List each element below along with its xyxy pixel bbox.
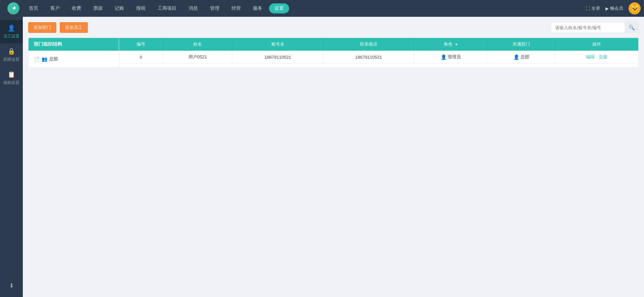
nav-item-accounting[interactable]: 记账 <box>109 3 129 13</box>
dept-tree: 部门组织结构 📄 👥 总部 <box>29 38 119 67</box>
sidebar-download-button[interactable]: ⬇ <box>5 278 18 294</box>
employee-table: 编号 姓名 账号名 联系电话 角色 ▼ 所属部门 操作 <box>119 38 638 67</box>
dept-tree-item-hq[interactable]: 📄 👥 总部 <box>33 53 115 65</box>
sidebar-item-permission[interactable]: 🔒 权限设置 <box>0 43 23 66</box>
search-icon: 🔍 <box>629 24 635 30</box>
sidebar-item-taxsettings[interactable]: 📋 报税设置 <box>0 66 23 90</box>
sidebar-item-permission-label: 权限设置 <box>3 57 19 62</box>
sidebar-item-employee-label: 员工设置 <box>3 34 19 39</box>
nav-item-operation[interactable]: 经营 <box>226 3 246 13</box>
role-icon: 👤 <box>441 54 446 60</box>
sidebar-item-employee[interactable]: 👤 员工设置 <box>0 20 23 43</box>
main-layout: 👤 员工设置 🔒 权限设置 📋 报税设置 ⬇ 添加部门 添加员工 🔍 <box>0 17 644 297</box>
nav-item-receipts[interactable]: 票据 <box>88 3 108 13</box>
nav-item-home[interactable]: 首页 <box>23 3 44 13</box>
cell-account: 18679110521 <box>232 51 323 64</box>
col-header-dept: 所属部门 <box>488 38 555 51</box>
sidebar: 👤 员工设置 🔒 权限设置 📋 报税设置 ⬇ <box>0 17 23 297</box>
nav-item-customers[interactable]: 客户 <box>45 3 65 13</box>
cell-actions: 编辑 交接 <box>555 51 638 64</box>
cell-phone: 18679110521 <box>323 51 414 64</box>
nav-item-settings[interactable]: 设置 <box>269 3 289 13</box>
search-button[interactable]: 🔍 <box>625 22 638 33</box>
avatar[interactable]: 🐱 <box>629 2 641 14</box>
col-header-phone: 联系电话 <box>323 38 414 51</box>
dept-user-icon: 👤 <box>514 54 519 60</box>
fullscreen-label: 全屏 <box>591 5 600 11</box>
vip-icon: ▶ <box>605 6 609 11</box>
user-group-icon: 👥 <box>42 56 47 62</box>
fullscreen-button[interactable]: ⛶ 全屏 <box>586 5 600 11</box>
action-编辑[interactable]: 编辑 <box>586 54 595 59</box>
col-header-name: 姓名 <box>163 38 232 51</box>
top-navigation: ✦ 首页 客户 收费 票据 记账 报税 工商项目 消息 管理 经营 服务 设置 … <box>0 0 644 17</box>
dept-tree-body: 📄 👥 总部 <box>29 51 119 67</box>
vip-button[interactable]: ▶ 畅会员 <box>605 5 623 11</box>
toolbar: 添加部门 添加员工 🔍 <box>28 22 639 33</box>
vip-label: 畅会员 <box>610 5 623 11</box>
permission-icon: 🔒 <box>7 47 15 55</box>
col-header-id: 编号 <box>119 38 163 51</box>
add-dept-button[interactable]: 添加部门 <box>28 22 56 33</box>
cell-name: 用户0521 <box>163 51 232 64</box>
action-交接[interactable]: 交接 <box>599 54 607 59</box>
cell-id: 0 <box>119 51 163 64</box>
nav-right: ⛶ 全屏 ▶ 畅会员 🐱 <box>586 2 641 14</box>
dept-tree-header: 部门组织结构 <box>29 38 119 51</box>
search-input[interactable] <box>551 23 625 32</box>
nav-item-business[interactable]: 工商项目 <box>152 3 182 13</box>
emp-data-table: 编号 姓名 账号名 联系电话 角色 ▼ 所属部门 操作 <box>119 38 638 64</box>
nav-item-tax[interactable]: 报税 <box>131 3 151 13</box>
nav-item-billing[interactable]: 收费 <box>66 3 87 13</box>
employee-icon: 👤 <box>7 24 15 32</box>
col-header-role[interactable]: 角色 ▼ <box>414 38 488 51</box>
nav-items: 首页 客户 收费 票据 记账 报税 工商项目 消息 管理 经营 服务 设置 <box>23 3 586 13</box>
sidebar-item-taxsettings-label: 报税设置 <box>3 80 19 86</box>
dept-name-hq: 总部 <box>49 56 58 62</box>
nav-item-service[interactable]: 服务 <box>248 3 268 13</box>
nav-item-manage[interactable]: 管理 <box>205 3 225 13</box>
download-icon: ⬇ <box>7 282 15 290</box>
sidebar-bottom: ⬇ <box>5 278 18 294</box>
fullscreen-icon: ⛶ <box>586 6 590 11</box>
add-employee-button[interactable]: 添加员工 <box>60 22 88 33</box>
cell-dept: 👤 总部 <box>488 51 555 64</box>
search-box: 🔍 <box>551 22 639 33</box>
table-row: 0 用户0521 18679110521 18679110521 👤 管理员 👤… <box>119 51 638 64</box>
table-area: 部门组织结构 📄 👥 总部 编号 姓名 账号名 <box>28 38 639 68</box>
emp-table-header: 编号 姓名 账号名 联系电话 角色 ▼ 所属部门 操作 <box>119 38 638 51</box>
sort-icon: ▼ <box>455 43 458 46</box>
logo-icon: ✦ <box>7 2 19 14</box>
taxsettings-icon: 📋 <box>7 70 15 79</box>
emp-table-body: 0 用户0521 18679110521 18679110521 👤 管理员 👤… <box>119 51 638 64</box>
logo[interactable]: ✦ <box>3 2 23 14</box>
file-icon: 📄 <box>34 56 40 62</box>
content-area: 添加部门 添加员工 🔍 部门组织结构 📄 👥 总部 <box>23 17 644 297</box>
nav-item-message[interactable]: 消息 <box>183 3 203 13</box>
col-header-account: 账号名 <box>232 38 323 51</box>
cell-role: 👤 管理员 <box>414 51 488 64</box>
col-header-actions: 操作 <box>555 38 638 51</box>
